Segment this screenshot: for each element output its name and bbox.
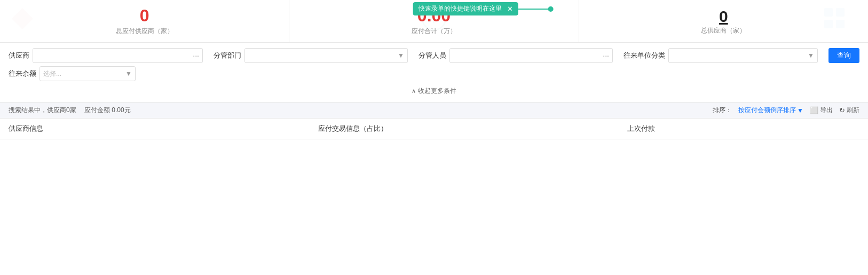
balance-select[interactable]: 选择... ▼ — [40, 66, 136, 81]
filter-supplier: 供应商 ··· — [9, 48, 203, 63]
dept-label: 分管部门 — [214, 51, 241, 60]
supplier-input-wrap[interactable]: ··· — [33, 48, 203, 63]
stat-card-payable-total: 米 0.00 应付合计（万） 快速录单的快捷键说明在这里 ✕ — [289, 0, 579, 42]
person-input-wrap[interactable]: ··· — [449, 48, 613, 63]
sort-arrow-icon: ▼ — [797, 107, 803, 114]
collapse-arrow-icon: ∧ — [412, 88, 416, 95]
table-body — [0, 139, 868, 275]
svg-marker-0 — [12, 8, 33, 29]
svg-rect-6 — [836, 20, 845, 28]
stat-card-total-suppliers: 0 总供应商（家） — [579, 0, 868, 42]
stat-card-suppliers-payable: 0 总应付供应商（家） — [0, 0, 289, 42]
col-header-transaction: 应付交易信息（占比） — [318, 124, 628, 133]
balance-arrow-icon: ▼ — [125, 70, 132, 77]
filter-balance: 往来余额 选择... ▼ — [9, 66, 169, 81]
balance-select-text: 选择... — [43, 69, 61, 78]
stat-label-suppliers-payable: 总应付供应商（家） — [116, 27, 173, 36]
collapse-label: 收起更多条件 — [418, 87, 456, 96]
svg-rect-3 — [824, 8, 833, 17]
table-header: 供应商信息 应付交易信息（占比） 上次付款 — [0, 119, 868, 139]
filter-unit: 往来单位分类 ▼ — [624, 48, 818, 63]
tooltip-dot — [548, 6, 554, 12]
unit-arrow-icon: ▼ — [808, 52, 814, 59]
supplier-label: 供应商 — [9, 51, 29, 60]
unit-select[interactable]: ▼ — [668, 48, 818, 63]
filter-row-2: 往来余额 选择... ▼ — [9, 66, 859, 81]
filter-row-1: 供应商 ··· 分管部门 ▼ 分管人员 ··· 往来单位分 — [9, 48, 859, 63]
sort-label: 排序： — [713, 106, 732, 115]
results-bar: 搜索结果中，供应商0家 应付金额 0.00元 排序： 按应付会额倒序排序 ▼ ⬜… — [0, 103, 868, 119]
unit-label: 往来单位分类 — [624, 51, 665, 60]
export-icon: ⬜ — [810, 106, 818, 114]
shortcut-tooltip: 快速录单的快捷键说明在这里 ✕ — [413, 2, 518, 15]
collapse-bar: ∧ 收起更多条件 — [9, 84, 859, 100]
dept-select[interactable]: ▼ — [244, 48, 408, 63]
col-header-supplier: 供应商信息 — [9, 124, 318, 133]
tooltip-close-button[interactable]: ✕ — [507, 5, 513, 13]
balance-label: 往来余额 — [9, 69, 36, 78]
diamond-icon — [11, 7, 34, 36]
supplier-input[interactable] — [36, 52, 191, 59]
person-label: 分管人员 — [419, 51, 446, 60]
sort-value: 按应付会额倒序排序 — [738, 106, 796, 115]
stat-number-suppliers-payable: 0 — [140, 6, 149, 25]
refresh-label: 刷新 — [847, 106, 859, 115]
refresh-button[interactable]: ↻ 刷新 — [839, 106, 859, 115]
stats-bar: 0 总应付供应商（家） 米 0.00 应付合计（万） 快速录单的快捷键说明在这里… — [0, 0, 868, 43]
stat-number-total-suppliers: 0 — [719, 7, 728, 25]
filter-dept: 分管部门 ▼ — [214, 48, 408, 63]
refresh-icon: ↻ — [839, 106, 845, 114]
col-header-lastpay: 上次付款 — [627, 124, 859, 133]
svg-rect-5 — [824, 20, 833, 28]
filter-person: 分管人员 ··· — [419, 48, 613, 63]
person-more-icon[interactable]: ··· — [603, 51, 609, 60]
results-actions: 排序： 按应付会额倒序排序 ▼ ⬜ 导出 ↻ 刷新 — [713, 106, 859, 115]
svg-rect-4 — [836, 8, 845, 17]
supplier-more-icon[interactable]: ··· — [193, 51, 199, 60]
results-count: 搜索结果中，供应商0家 — [9, 106, 76, 114]
tooltip-text: 快速录单的快捷键说明在这里 — [419, 4, 502, 13]
stat-label-payable-total: 应付合计（万） — [412, 27, 456, 36]
stat-label-total-suppliers: 总供应商（家） — [701, 26, 746, 35]
results-amount: 应付金额 0.00元 — [84, 106, 131, 114]
dept-arrow-icon: ▼ — [398, 52, 404, 59]
filter-bar: 供应商 ··· 分管部门 ▼ 分管人员 ··· 往来单位分 — [0, 43, 868, 103]
results-summary: 搜索结果中，供应商0家 应付金额 0.00元 — [9, 106, 131, 115]
export-label: 导出 — [820, 106, 833, 115]
grid-icon — [822, 6, 847, 36]
export-button[interactable]: ⬜ 导出 — [810, 106, 833, 115]
query-button[interactable]: 查询 — [828, 48, 859, 63]
collapse-button[interactable]: ∧ 收起更多条件 — [412, 87, 456, 96]
person-input[interactable] — [453, 52, 601, 59]
sort-select[interactable]: 按应付会额倒序排序 ▼ — [738, 106, 803, 115]
